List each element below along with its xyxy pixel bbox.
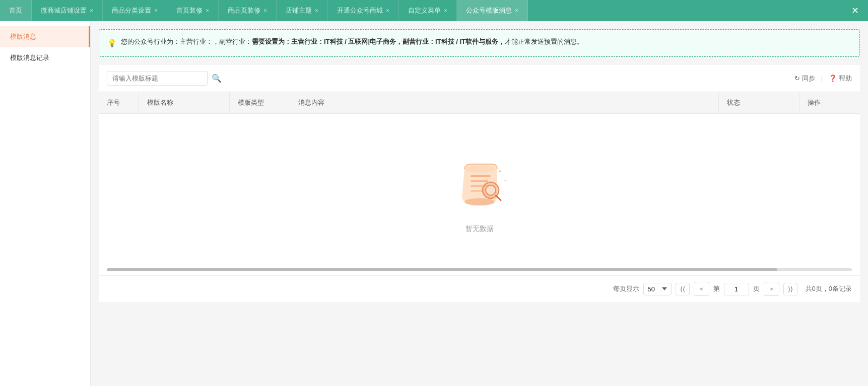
tab-store-settings[interactable]: 微商城店铺设置× xyxy=(32,0,103,21)
next-page-button[interactable]: ＞ xyxy=(764,282,779,296)
tab-label-home-decor: 首页装修 xyxy=(176,6,203,15)
tab-category-settings[interactable]: 商品分类设置× xyxy=(103,0,167,21)
tab-close-product-decor[interactable]: × xyxy=(263,7,267,14)
svg-rect-4 xyxy=(471,180,488,182)
scroll-bar-area[interactable] xyxy=(99,264,860,275)
sidebar-item-template-record[interactable]: 模版消息记录 xyxy=(0,47,90,68)
help-icon: ❓ xyxy=(829,74,837,82)
col-name: 模版名称 xyxy=(139,92,230,113)
tab-home-decor[interactable]: 首页装修× xyxy=(167,0,219,21)
sync-button[interactable]: ↻ 同步 xyxy=(794,74,815,83)
col-status: 状态 xyxy=(719,92,799,113)
tab-label-store-theme: 店铺主题 xyxy=(286,6,312,15)
pagination: 每页显示 50 10 20 100 ⟨⟨ ＜ 第 页 ＞ ⟩⟩ 共0页，0条记录 xyxy=(99,275,860,302)
tab-open-mall[interactable]: 开通公众号商城× xyxy=(328,0,399,21)
empty-state: ✦ ✦ 暂无数据 xyxy=(99,114,860,264)
alert-box: 💡 您的公众号行业为：主营行业：，副营行业：需要设置为：主营行业：IT科技 / … xyxy=(99,29,860,57)
last-page-button[interactable]: ⟩⟩ xyxy=(783,283,797,295)
table-header: 序号 模版名称 模版类型 消息内容 状态 操作 xyxy=(99,92,860,114)
svg-point-8 xyxy=(486,185,496,195)
tab-close-template-msg[interactable]: × xyxy=(515,7,518,14)
col-type: 模版类型 xyxy=(230,92,290,113)
per-page-select[interactable]: 50 10 20 100 xyxy=(643,283,672,295)
col-index: 序号 xyxy=(99,92,139,113)
svg-point-1 xyxy=(464,198,495,205)
tab-label-custom-menu: 自定义菜单 xyxy=(408,6,441,15)
page-suffix: 页 xyxy=(753,284,760,293)
scroll-track[interactable] xyxy=(107,268,852,271)
tab-close-home-decor[interactable]: × xyxy=(206,7,209,14)
sidebar: 模版消息模版消息记录 xyxy=(0,21,91,386)
sidebar-item-template-msg[interactable]: 模版消息 xyxy=(0,26,90,47)
tab-store-theme[interactable]: 店铺主题× xyxy=(277,0,328,21)
alert-text: 您的公众号行业为：主营行业：，副营行业：需要设置为：主营行业：IT科技 / 互联… xyxy=(121,37,583,47)
svg-rect-3 xyxy=(471,175,491,177)
search-left: 🔍 xyxy=(107,71,222,86)
tab-label-open-mall: 开通公众号商城 xyxy=(337,6,383,15)
col-action: 操作 xyxy=(799,92,860,113)
tab-close-category-settings[interactable]: × xyxy=(154,7,158,14)
table-container: 🔍 ↻ 同步 | ❓ 帮助 序号 模版名称 模版 xyxy=(99,65,860,302)
search-right: ↻ 同步 | ❓ 帮助 xyxy=(794,74,852,83)
help-label: 帮助 xyxy=(839,74,852,83)
tab-close-open-mall[interactable]: × xyxy=(386,7,389,14)
divider: | xyxy=(821,74,823,82)
tab-label-category-settings: 商品分类设置 xyxy=(112,6,151,15)
bulb-icon: 💡 xyxy=(107,37,117,49)
tab-close-store-theme[interactable]: × xyxy=(315,7,318,14)
main-layout: 模版消息模版消息记录 💡 您的公众号行业为：主营行业：，副营行业：需要设置为：主… xyxy=(0,21,868,386)
tab-label-product-decor: 商品页装修 xyxy=(228,6,260,15)
prev-page-button[interactable]: ＜ xyxy=(694,282,709,296)
svg-text:✦: ✦ xyxy=(504,179,507,182)
help-button[interactable]: ❓ 帮助 xyxy=(829,74,852,83)
page-label: 第 xyxy=(713,284,720,293)
tab-custom-menu[interactable]: 自定义菜单× xyxy=(399,0,457,21)
sync-icon: ↻ xyxy=(794,74,800,82)
page-total: 共0页，0条记录 xyxy=(806,284,852,293)
tab-close-custom-menu[interactable]: × xyxy=(444,7,447,14)
svg-text:✦: ✦ xyxy=(498,169,502,174)
content-area: 💡 您的公众号行业为：主营行业：，副营行业：需要设置为：主营行业：IT科技 / … xyxy=(91,21,868,386)
per-page-label: 每页显示 xyxy=(613,284,639,293)
close-all-icon[interactable]: ✕ xyxy=(842,5,868,16)
col-content: 消息内容 xyxy=(290,92,719,113)
search-bar: 🔍 ↻ 同步 | ❓ 帮助 xyxy=(99,65,860,92)
tab-home[interactable]: 首页 xyxy=(0,0,32,21)
tab-label-home: 首页 xyxy=(9,6,22,15)
empty-illustration: ✦ ✦ xyxy=(449,154,510,214)
tab-label-template-msg: 公众号模版消息 xyxy=(466,6,512,15)
tab-label-store-settings: 微商城店铺设置 xyxy=(41,6,87,15)
sync-label: 同步 xyxy=(802,74,815,83)
scroll-thumb[interactable] xyxy=(107,268,777,271)
tab-close-store-settings[interactable]: × xyxy=(90,7,93,14)
svg-point-2 xyxy=(464,166,495,173)
empty-text: 暂无数据 xyxy=(465,224,494,234)
page-input[interactable] xyxy=(724,283,749,295)
tab-bar: 首页微商城店铺设置×商品分类设置×首页装修×商品页装修×店铺主题×开通公众号商城… xyxy=(0,0,868,21)
search-button[interactable]: 🔍 xyxy=(212,73,222,83)
tab-product-decor[interactable]: 商品页装修× xyxy=(219,0,277,21)
search-input[interactable] xyxy=(107,71,208,86)
first-page-button[interactable]: ⟨⟨ xyxy=(676,283,690,295)
tab-template-msg[interactable]: 公众号模版消息× xyxy=(457,0,528,21)
